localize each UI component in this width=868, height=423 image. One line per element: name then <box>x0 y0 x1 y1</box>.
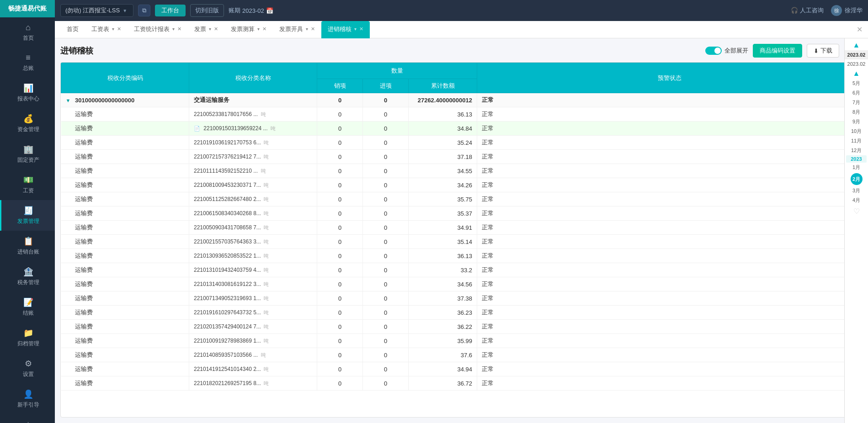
sidebar-item-member[interactable]: ✦ 畅会员 <box>0 414 55 423</box>
company-selector[interactable]: (勿动) 江西报宝-LSS ▼ <box>60 4 133 17</box>
chevron-down-icon: ▾ <box>257 26 260 32</box>
switch-version-btn[interactable]: 切到旧版 <box>190 4 224 17</box>
group-code-cell: ▼ 301000000000000000 <box>61 93 189 107</box>
panel-nav-up2[interactable]: ▲ <box>852 69 861 79</box>
data-sales-cell: 0 <box>317 107 363 122</box>
data-purchase-cell: 0 <box>363 376 409 391</box>
month-12-2022[interactable]: 12月 <box>850 146 863 155</box>
data-purchase-cell: 0 <box>363 221 409 235</box>
tab-salary-report[interactable]: 工资统计报表 ▾ ✕ <box>128 21 188 38</box>
close-icon[interactable]: ✕ <box>359 26 363 32</box>
tab-invoice[interactable]: 发票 ▾ ✕ <box>188 21 224 38</box>
tab-invoice-calc[interactable]: 发票测算 ▾ ✕ <box>224 21 273 38</box>
data-purchase-cell: 0 <box>363 136 409 150</box>
data-status-cell: 正常 <box>477 107 862 122</box>
copy-btn[interactable]: ⧉ <box>138 5 150 16</box>
data-cumulative-cell: 34.94 <box>409 362 477 376</box>
month-11-2022[interactable]: 11月 <box>850 136 863 146</box>
data-code-cell: 2210061508340340268 8... 吨 <box>189 206 317 221</box>
month-10-2022[interactable]: 10月 <box>850 127 863 136</box>
close-icon[interactable]: ✕ <box>177 26 181 32</box>
sidebar-item-salary[interactable]: 💵 工资 <box>0 169 55 200</box>
data-code-cell: 2210100919278983869 1... 吨 <box>189 334 317 348</box>
data-cumulative-cell: 36.22 <box>409 320 477 334</box>
data-code-cell: 2210052338178017656 ... 吨 <box>189 107 317 122</box>
month-6-2022[interactable]: 6月 <box>852 88 861 98</box>
workbench-btn[interactable]: 工作台 <box>155 5 186 16</box>
sidebar-item-reports[interactable]: 📊 报表中心 <box>0 78 55 108</box>
col-status: 预警状态 <box>477 63 862 93</box>
data-cumulative-cell: 36.13 <box>409 249 477 263</box>
close-icon[interactable]: ✕ <box>214 26 218 32</box>
table-row: 运输费 2210141912541014340 2... 吨 0 0 34.94… <box>61 362 862 376</box>
panel-nav-up[interactable]: ▲ <box>852 40 861 50</box>
year-2023-marker: 2023 <box>846 155 867 163</box>
data-purchase-cell: 0 <box>363 320 409 334</box>
sidebar-item-label: 总账 <box>23 64 34 72</box>
month-9-2022[interactable]: 9月 <box>852 117 861 127</box>
sidebar-item-capital[interactable]: 💰 资金管理 <box>0 108 55 139</box>
col-cumulative: 累计数额 <box>409 79 477 93</box>
member-icon: ✦ <box>25 420 32 423</box>
calendar-icon[interactable]: 📅 <box>266 7 273 14</box>
close-all-btn[interactable]: ✕ <box>857 25 863 34</box>
settings-btn[interactable]: 商品编码设置 <box>753 44 802 58</box>
data-status-cell: 正常 <box>477 277 862 291</box>
expand-toggle[interactable] <box>705 47 722 55</box>
month-1-2023[interactable]: 1月 <box>852 163 861 172</box>
month-5-2022[interactable]: 5月 <box>852 79 861 88</box>
table-row: 运输费 2210182021269257195 8... 吨 0 0 36.72… <box>61 376 862 391</box>
tab-salary[interactable]: 工资表 ▾ ✕ <box>85 21 128 38</box>
expand-toggle-label: 全部展开 <box>724 47 748 55</box>
month-7-2022[interactable]: 7月 <box>852 98 861 107</box>
close-icon[interactable]: ✕ <box>262 26 266 32</box>
tab-sales-check[interactable]: 进销稽核 ▾ ✕ <box>321 21 370 38</box>
data-name-cell: 运输费 <box>61 164 189 178</box>
user-menu[interactable]: 徐 徐淫华 <box>831 5 863 16</box>
data-purchase-cell: 0 <box>363 249 409 263</box>
sidebar-item-tax-mgmt[interactable]: 🏦 税务管理 <box>0 261 55 292</box>
period-label: 账期 <box>229 6 240 15</box>
settings-icon: ⚙ <box>25 359 32 369</box>
table-row: 运输费 2210201357429400124 7... 吨 0 0 36.22… <box>61 320 862 334</box>
sidebar-item-settlement[interactable]: 📝 结账 <box>0 292 55 323</box>
month-4-2023[interactable]: 4月 <box>852 196 861 205</box>
reports-icon: 📊 <box>23 83 33 93</box>
month-item[interactable]: 2023.02 <box>845 59 868 69</box>
data-purchase-cell: 0 <box>363 235 409 249</box>
sidebar-item-guide[interactable]: 👤 新手引导 <box>0 384 55 414</box>
tab-invoice-open[interactable]: 发票开具 ▾ ✕ <box>273 21 321 38</box>
group-cumulative-cell: 27262.40000000012 <box>409 93 477 107</box>
data-sales-cell: 0 <box>317 334 363 348</box>
sidebar-item-ledger[interactable]: ≡ 总账 <box>0 48 55 78</box>
sidebar-item-invoice-mgmt[interactable]: 🧾 发票管理 <box>0 200 55 231</box>
help-btn[interactable]: 🎧 人工咨询 <box>791 6 824 15</box>
expand-icon[interactable]: ▼ <box>66 98 71 103</box>
sidebar-item-label: 结账 <box>23 309 34 317</box>
sidebar-item-archive[interactable]: 📁 归档管理 <box>0 323 55 353</box>
favorite-icon[interactable]: ♡ <box>853 207 860 216</box>
headset-icon: 🎧 <box>791 7 798 14</box>
data-status-cell: 正常 <box>477 136 862 150</box>
close-icon[interactable]: ✕ <box>117 26 121 32</box>
tab-home[interactable]: 首页 <box>60 21 85 38</box>
sidebar-item-assets[interactable]: 🏢 固定资产 <box>0 139 55 169</box>
salary-icon: 💵 <box>23 175 33 185</box>
download-btn[interactable]: ⬇ 下载 <box>807 44 839 58</box>
data-purchase-cell: 0 <box>363 122 409 136</box>
assets-icon: 🏢 <box>23 144 33 154</box>
sidebar-item-home[interactable]: ⌂ 首页 <box>0 17 55 48</box>
guide-icon: 👤 <box>23 389 33 399</box>
sales-ledger-icon: 📋 <box>23 236 33 246</box>
col-tax-name: 税收分类名称 <box>189 63 317 93</box>
month-8-2022[interactable]: 8月 <box>852 107 861 117</box>
data-sales-cell: 0 <box>317 221 363 235</box>
data-purchase-cell: 0 <box>363 150 409 164</box>
data-code-cell: 2210191036192170753 6... 吨 <box>189 136 317 150</box>
chevron-down-icon: ▾ <box>112 26 114 32</box>
sidebar-item-settings[interactable]: ⚙ 设置 <box>0 353 55 384</box>
month-2-2023-current[interactable]: 2月 <box>851 173 863 185</box>
sidebar-item-sales-ledger[interactable]: 📋 进销台账 <box>0 231 55 261</box>
month-3-2023[interactable]: 3月 <box>852 186 861 196</box>
close-icon[interactable]: ✕ <box>311 26 315 32</box>
